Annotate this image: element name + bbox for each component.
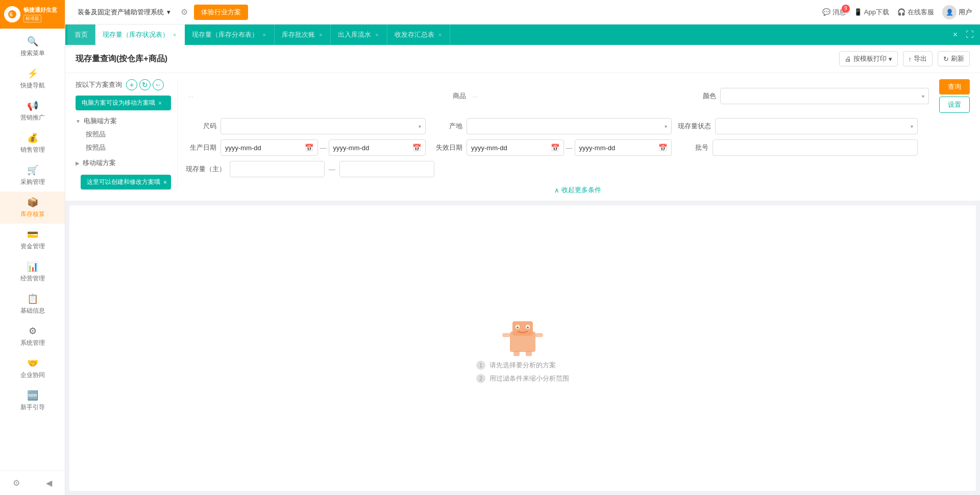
logo-icon: 6: [4, 6, 20, 22]
scheme-group-mobile-header[interactable]: ▶ 移动端方案: [76, 156, 171, 170]
marketing-icon: 📢: [27, 100, 38, 111]
create-tooltip-close[interactable]: ×: [163, 179, 167, 186]
chevron-up-icon: ∧: [554, 186, 559, 194]
print-template-label: 按模板打印: [853, 54, 887, 63]
page-title: 现存量查询(按仓库+商品): [76, 54, 167, 64]
sidebar-item-label: 销售管理: [20, 146, 45, 154]
refresh-scheme-btn[interactable]: ↻: [139, 79, 151, 90]
prod-date-end[interactable]: yyyy-mm-dd 📅: [329, 139, 426, 156]
tab-inventory-status[interactable]: 现存量（库存状况表） ×: [95, 25, 185, 45]
create-scheme-tooltip: 这里可以创建和修改方案哦 ×: [81, 175, 171, 190]
user-area[interactable]: 👤 用户: [942, 5, 972, 19]
filter-label: 按以下方案查询: [76, 80, 122, 89]
sidebar-item-search[interactable]: 🔍 搜索菜单: [0, 31, 65, 63]
settings-gear-icon[interactable]: ⚙: [181, 7, 188, 17]
inv-qty-start-input[interactable]: [230, 161, 325, 177]
color-select[interactable]: ▾: [720, 88, 929, 104]
phone-icon: 📱: [854, 8, 862, 16]
sidebar-item-marketing[interactable]: 📢 营销推广: [0, 95, 65, 127]
collapse-btn[interactable]: ∧ 收起更多条件: [554, 185, 601, 195]
tab-inout-flow[interactable]: 出入库流水 ×: [331, 25, 387, 45]
experience-btn[interactable]: 体验行业方案: [194, 5, 248, 20]
inv-status-arrow-icon: ▾: [911, 124, 913, 129]
refresh-btn[interactable]: ↻ 刷新: [938, 51, 970, 66]
empty-area: 1 请先选择要分析的方案 2 用过滤条件来缩小分析范围: [69, 205, 976, 491]
collapse-row: ∧ 收起更多条件: [186, 182, 970, 195]
messages-badge: 9: [842, 5, 850, 13]
tab-recv-summary[interactable]: 收发存汇总表 ×: [387, 25, 450, 45]
inv-status-select[interactable]: ▾: [715, 118, 918, 134]
purchase-icon: 🛒: [27, 164, 38, 176]
settings-bottom-btn[interactable]: ⚙: [10, 475, 23, 491]
warehouse-dots[interactable]: ···: [186, 92, 195, 100]
inv-qty-end-input[interactable]: [339, 161, 434, 177]
header-right: 💬 消息 9 📱 App下载 🎧 在线客服 👤 用户: [822, 5, 972, 19]
tab-inout-flow-label: 出入库流水: [338, 30, 371, 39]
filter-field-exp-date: 失效日期 yyyy-mm-dd 📅 — yyyy-mm-dd 📅: [432, 139, 672, 156]
tab-close-inout-flow[interactable]: ×: [374, 31, 379, 39]
tab-batch-ledger[interactable]: 库存批次账 ×: [275, 25, 331, 45]
exp-date-end[interactable]: yyyy-mm-dd 📅: [575, 139, 672, 156]
system-selector[interactable]: 装备及固定资产辅助管理系统 ▾: [74, 6, 175, 19]
query-btn[interactable]: 查询: [939, 79, 970, 95]
online-support-item[interactable]: 🎧 在线客服: [897, 8, 934, 17]
scheme-tooltip-close[interactable]: ×: [158, 100, 162, 107]
batch-input[interactable]: [713, 139, 918, 156]
tab-inventory-dist[interactable]: 现存量（库存分布表） ×: [185, 25, 274, 45]
scheme-item-2[interactable]: 按照品: [76, 141, 171, 154]
exp-date-end-placeholder: yyyy-mm-dd: [579, 144, 616, 152]
tab-home[interactable]: 首页: [67, 25, 95, 45]
print-template-btn[interactable]: 🖨 按模板打印 ▾: [839, 51, 898, 66]
goods-dots[interactable]: ···: [470, 92, 480, 100]
sidebar-item-label: 搜索菜单: [20, 49, 45, 58]
origin-label: 产地: [432, 122, 462, 131]
date-range-sep-2: —: [566, 144, 573, 152]
sidebar-item-inventory[interactable]: 📦 库存核算: [0, 192, 65, 224]
app-download-label: App下载: [864, 8, 889, 17]
exp-date-start[interactable]: yyyy-mm-dd 📅: [467, 139, 564, 156]
sidebar-item-purchase[interactable]: 🛒 采购管理: [0, 159, 65, 192]
tab-close-inventory-dist[interactable]: ×: [261, 31, 266, 39]
filter-label-row: 按以下方案查询 + ↻ ←: [76, 79, 171, 90]
size-select[interactable]: ▾: [220, 118, 426, 134]
scheme-group-pc: ▼ 电脑端方案 按照品 按照品: [76, 114, 171, 154]
tab-close-all-btn[interactable]: ×: [951, 28, 960, 41]
scheme-item-1[interactable]: 按照品: [76, 128, 171, 141]
search-icon: 🔍: [27, 36, 38, 47]
sidebar-item-label: 基础信息: [20, 307, 45, 315]
filter-field-color: 颜色 ▾: [685, 88, 929, 104]
messages-item[interactable]: 💬 消息 9: [822, 8, 846, 17]
add-scheme-btn[interactable]: +: [126, 79, 137, 90]
sidebar-item-operation[interactable]: 📊 经营管理: [0, 256, 65, 288]
sidebar-item-finance[interactable]: 💳 资金管理: [0, 224, 65, 256]
sidebar-item-enterprise[interactable]: 🤝 企业协同: [0, 352, 65, 385]
tab-bar: 首页 现存量（库存状况表） × 现存量（库存分布表） × 库存批次账 × 出入库…: [65, 25, 980, 45]
app-download-item[interactable]: 📱 App下载: [854, 8, 889, 17]
tab-close-recv-summary[interactable]: ×: [437, 31, 443, 39]
sidebar-item-quick-nav[interactable]: ⚡ 快捷导航: [0, 63, 65, 95]
sidebar-item-label: 资金管理: [20, 242, 45, 251]
sidebar-item-system[interactable]: ⚙ 系统管理: [0, 320, 65, 352]
scheme-group-pc-header[interactable]: ▼ 电脑端方案: [76, 114, 171, 128]
online-support-label: 在线客服: [908, 8, 934, 17]
set-btn[interactable]: 设置: [939, 97, 970, 113]
prod-date-start-placeholder: yyyy-mm-dd: [225, 144, 261, 152]
sidebar-item-sales[interactable]: 💰 销售管理: [0, 127, 65, 159]
origin-select[interactable]: ▾: [467, 118, 672, 134]
collapse-sidebar-btn[interactable]: ◀: [43, 475, 55, 491]
filter-field-inv-status: 现存量状态 ▾: [678, 118, 918, 134]
sidebar-item-guide[interactable]: 🆕 新手引导: [0, 385, 65, 417]
sidebar-item-basic[interactable]: 📋 基础信息: [0, 288, 65, 320]
prod-date-start[interactable]: yyyy-mm-dd 📅: [220, 139, 318, 156]
filter-field-warehouse: ···: [186, 92, 429, 100]
collapse-label: 收起更多条件: [561, 185, 601, 195]
export-btn[interactable]: ↑ 导出: [903, 51, 933, 66]
calendar-icon: 📅: [305, 144, 313, 152]
quick-nav-icon: ⚡: [27, 68, 38, 79]
tab-close-batch-ledger[interactable]: ×: [318, 31, 323, 39]
tab-fullscreen-btn[interactable]: ⛶: [964, 28, 976, 41]
back-scheme-btn[interactable]: ←: [153, 79, 164, 90]
filter-row-3: 生产日期 yyyy-mm-dd 📅 — yyyy-mm-dd 📅: [186, 139, 970, 156]
tab-batch-ledger-label: 库存批次账: [282, 30, 315, 39]
tab-close-inventory-status[interactable]: ×: [172, 31, 177, 39]
